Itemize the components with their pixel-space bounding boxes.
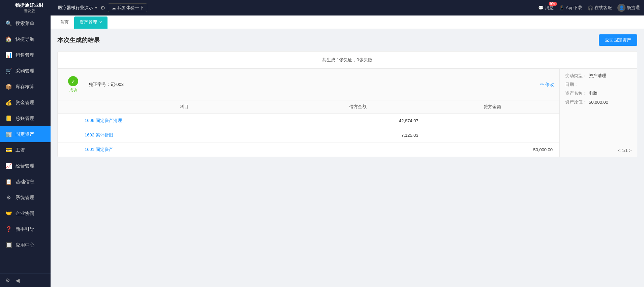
asset-name-value: 电脑 [589,90,597,96]
header-center: 医疗器械行业演示 ▼ ⚙ ☁ 我要体验一下 [58,3,538,12]
sidebar: 🔍 搜索菜单 🏠 快捷导航 📊 销售管理 🛒 采购管理 📦 库存核算 💰 [0,15,51,287]
sidebar-label-payroll: 工资 [16,147,25,153]
system-icon: ⚙ [5,194,12,201]
sidebar-item-basic-info[interactable]: 📋 基础信息 [0,174,51,190]
guide-icon: ❓ [5,226,12,232]
sidebar-item-finance[interactable]: 💰 资金管理 [0,95,51,110]
sidebar-scroll: 🔍 搜索菜单 🏠 快捷导航 📊 销售管理 🛒 采购管理 📦 库存核算 💰 [0,15,51,274]
pagination-info: 1/1 [622,148,629,153]
sidebar-item-inventory[interactable]: 📦 库存核算 [0,79,51,95]
sidebar-label-guide: 新手引导 [16,226,34,232]
home-icon: 🏠 [5,36,12,42]
sidebar-item-sales[interactable]: 📊 销售管理 [0,47,51,63]
sidebar-item-search[interactable]: 🔍 搜索菜单 [0,15,51,31]
sidebar-label-system: 系统管理 [16,195,34,201]
result-panel: 共生成 1张凭证，0张失败 ✓ 成功 凭证字号：记-003 [57,51,637,157]
subject-1602: 1602 累计折旧 [78,128,291,142]
sidebar-label-app-center: 应用中心 [16,242,34,248]
debit-1601 [291,142,425,157]
chevron-down-icon: ▼ [94,6,98,10]
fixed-assets-icon: 🏢 [5,131,12,137]
table-row: 1602 累计折旧 7,125.03 [58,128,559,142]
sidebar-item-app-center[interactable]: 🔲 应用中心 [0,237,51,253]
sidebar-label-quick-nav: 快捷导航 [16,36,34,42]
asset-name-label: 资产名称： [565,90,589,96]
inventory-icon: 📦 [5,84,12,90]
table-header-spacer [58,100,78,114]
voucher-section: ✓ 成功 凭证字号：记-003 ✏ 修改 [58,69,637,157]
table-header-debit: 借方金额 [291,100,425,114]
tab-home[interactable]: 首页 [55,17,74,29]
app-download-button[interactable]: 📱 App下载 [559,5,582,11]
tab-assets[interactable]: 资产管理 ✕ [74,17,108,29]
voucher-table: 科目 借方金额 贷方金额 1606 固定资产清理 42,874.97 [58,100,559,157]
pagination-next[interactable]: > [629,148,632,153]
avatar: 👤 [617,4,625,12]
voucher-main: ✓ 成功 凭证字号：记-003 ✏ 修改 [58,69,559,157]
page-content: 本次生成的结果 返回固定资产 共生成 1张凭证，0张失败 ✓ 成功 [51,29,644,287]
tab-close-icon[interactable]: ✕ [99,20,102,25]
sidebar-item-payroll[interactable]: 💳 工资 [0,142,51,158]
sidebar-bottom: ⚙ ◀ [0,274,51,287]
credit-1601: 50,000.00 [425,142,559,157]
row-spacer-2 [58,128,78,142]
back-to-fixed-assets-button[interactable]: 返回固定资产 [599,34,637,46]
payroll-icon: 💳 [5,147,12,153]
original-value-value: 50,000.00 [589,100,608,105]
sidebar-item-ledger[interactable]: 📒 总账管理 [0,110,51,126]
sidebar-label-sales: 销售管理 [16,52,34,58]
company-name: 医疗器械行业演示 [58,5,93,11]
sidebar-label-ledger: 总账管理 [16,116,34,122]
table-row: 1601 固定资产 50,000.00 [58,142,559,157]
message-badge: 99+ [549,2,557,6]
sidebar-item-purchase[interactable]: 🛒 采购管理 [0,63,51,79]
change-type-label: 变动类型： [565,73,589,79]
table-header-credit: 贷方金额 [425,100,559,114]
debit-1606: 42,874.97 [291,114,425,128]
sidebar-item-system[interactable]: ⚙ 系统管理 [0,190,51,205]
sidebar-label-search: 搜索菜单 [16,21,34,27]
subject-1601: 1601 固定资产 [78,142,291,157]
sidebar-label-basic-info: 基础信息 [16,179,34,185]
table-row: 1606 固定资产清理 42,874.97 [58,114,559,128]
original-value-row: 资产原值： 50,000.00 [565,99,632,105]
online-service-button[interactable]: 🎧 在线客服 [588,5,612,11]
main-layout: 🔍 搜索菜单 🏠 快捷导航 📊 销售管理 🛒 采购管理 📦 库存核算 💰 [0,15,644,287]
sidebar-settings-button[interactable]: ⚙ [5,277,10,284]
sidebar-item-guide[interactable]: ❓ 新手引导 [0,221,51,237]
sidebar-label-finance: 资金管理 [16,100,34,106]
asset-name-row: 资产名称： 电脑 [565,90,632,96]
status-cell: ✓ 成功 [63,72,83,97]
service-icon: 🎧 [588,5,593,10]
content-area: 首页 资产管理 ✕ 本次生成的结果 返回固定资产 共生成 1张凭证，0张失败 [51,15,644,287]
company-selector[interactable]: 医疗器械行业演示 ▼ [58,5,98,11]
experience-button[interactable]: ☁ 我要体验一下 [108,3,147,12]
change-type-row: 变动类型： 资产清理 [565,73,632,79]
sidebar-item-quick-nav[interactable]: 🏠 快捷导航 [0,31,51,47]
sidebar-collapse-button[interactable]: ◀ [16,277,20,284]
sidebar-label-operations: 经营管理 [16,163,34,169]
sidebar-item-operations[interactable]: 📈 经营管理 [0,158,51,174]
search-icon: 🔍 [5,20,12,27]
voucher-side-panel: 变动类型： 资产清理 日期： 资产名称： 电脑 资产原值： [559,69,637,157]
settings-icon[interactable]: ⚙ [100,5,105,11]
subject-1606: 1606 固定资产清理 [78,114,291,128]
edit-icon: ✏ [540,82,544,87]
page-title: 本次生成的结果 [57,36,100,44]
pagination-prev[interactable]: < [618,148,621,153]
finance-icon: 💰 [5,99,12,106]
edit-button[interactable]: ✏ 修改 [540,82,554,88]
page-title-row: 本次生成的结果 返回固定资产 [57,34,637,46]
message-button[interactable]: 💬 消息 99+ [538,5,554,11]
purchase-icon: 🛒 [5,68,12,74]
sidebar-item-fixed-assets[interactable]: 🏢 固定资产 [0,126,51,142]
sidebar-label-fixed-assets: 固定资产 [16,131,34,137]
app-center-icon: 🔲 [5,242,12,248]
tab-bar: 首页 资产管理 ✕ [51,15,644,29]
user-area[interactable]: 👤 畅捷通 [617,4,640,12]
cloud-icon: ☁ [112,5,116,10]
sidebar-item-cooperation[interactable]: 🤝 企业协同 [0,205,51,221]
sidebar-label-purchase: 采购管理 [16,68,34,74]
app-subtitle: 普及版 [24,8,35,13]
header-right: 💬 消息 99+ 📱 App下载 🎧 在线客服 👤 畅捷通 [538,4,640,12]
